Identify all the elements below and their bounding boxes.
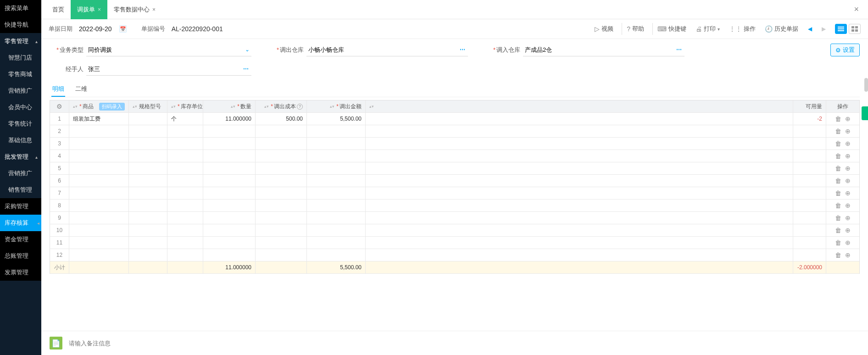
cell-spec[interactable] xyxy=(129,212,167,224)
cell-cost[interactable] xyxy=(256,162,307,174)
cell-amount[interactable]: 5,500.00 xyxy=(307,113,366,125)
cell-qty[interactable] xyxy=(203,125,256,137)
add-icon[interactable]: ⊕ xyxy=(845,251,851,259)
cell-cost[interactable] xyxy=(256,125,307,137)
cell-unit[interactable] xyxy=(167,175,203,187)
sidebar-wholesale[interactable]: 批发管理▴ xyxy=(0,149,41,165)
delete-icon[interactable]: 🗑 xyxy=(835,165,841,172)
scrollbar[interactable] xyxy=(864,78,868,92)
col-product[interactable]: ▴▾*商品扫码录入 xyxy=(69,100,129,112)
cell-unit[interactable] xyxy=(167,125,203,137)
cell-qty[interactable] xyxy=(203,224,256,236)
cell-product[interactable] xyxy=(69,175,129,187)
add-icon[interactable]: ⊕ xyxy=(845,128,851,135)
gear-icon[interactable]: ⚙ xyxy=(56,103,62,110)
cell-amount[interactable] xyxy=(307,138,366,150)
prev-page-button[interactable]: ◀ xyxy=(805,24,815,34)
biz-type-select[interactable] xyxy=(86,44,251,56)
cell-product[interactable] xyxy=(69,212,129,224)
cell-product[interactable] xyxy=(69,125,129,137)
cell-spec[interactable] xyxy=(129,187,167,199)
table-row[interactable]: 7🗑⊕ xyxy=(50,187,859,200)
delete-icon[interactable]: 🗑 xyxy=(835,152,841,160)
cell-cost[interactable] xyxy=(256,138,307,150)
cell-product[interactable] xyxy=(69,224,129,236)
table-row[interactable]: 2🗑⊕ xyxy=(50,125,859,138)
cell-spec[interactable] xyxy=(129,200,167,211)
delete-icon[interactable]: 🗑 xyxy=(835,214,841,222)
sidebar-wholesale-marketing[interactable]: 营销推广 xyxy=(0,165,41,182)
table-row[interactable]: 6🗑⊕ xyxy=(50,175,859,187)
tab-retail-data[interactable]: 零售数据中心× xyxy=(107,0,162,19)
sidebar-gl[interactable]: 总账管理 xyxy=(0,248,41,264)
table-row[interactable]: 10🗑⊕ xyxy=(50,224,859,237)
sidebar-quick-nav[interactable]: 快捷导航 xyxy=(0,17,41,33)
table-row[interactable]: 9🗑⊕ xyxy=(50,212,859,224)
print-button[interactable]: 🖨打印▾ xyxy=(693,23,723,35)
delete-icon[interactable]: 🗑 xyxy=(835,189,841,197)
cell-unit[interactable] xyxy=(167,237,203,249)
cell-qty[interactable] xyxy=(203,237,256,249)
shortcut-button[interactable]: ⌨快捷键 xyxy=(652,23,689,35)
next-page-button[interactable]: ▶ xyxy=(818,24,829,34)
cell-spec[interactable] xyxy=(129,138,167,150)
note-icon[interactable]: 📄 xyxy=(50,337,62,349)
add-icon[interactable]: ⊕ xyxy=(845,152,851,160)
cell-unit[interactable] xyxy=(167,224,203,236)
calendar-icon[interactable]: 📅 xyxy=(119,25,127,33)
cell-qty[interactable]: 11.000000 xyxy=(203,113,256,125)
cell-cost[interactable] xyxy=(256,150,307,162)
tab-transfer[interactable]: 调拨单× xyxy=(71,0,107,19)
cell-product[interactable] xyxy=(69,138,129,150)
out-wh-select[interactable] xyxy=(306,44,468,56)
close-icon[interactable]: × xyxy=(152,6,156,13)
add-icon[interactable]: ⊕ xyxy=(845,239,851,246)
cell-unit[interactable] xyxy=(167,200,203,211)
cell-qty[interactable] xyxy=(203,175,256,187)
remark-input[interactable] xyxy=(69,340,860,347)
cell-product[interactable] xyxy=(69,249,129,261)
add-icon[interactable]: ⊕ xyxy=(845,115,851,122)
cell-unit[interactable] xyxy=(167,249,203,261)
cell-unit[interactable] xyxy=(167,212,203,224)
delete-icon[interactable]: 🗑 xyxy=(835,128,841,135)
sidebar-retail-mall[interactable]: 零售商城 xyxy=(0,66,41,83)
sidebar-purchase[interactable]: 采购管理 xyxy=(0,198,41,215)
cell-spec[interactable] xyxy=(129,224,167,236)
delete-icon[interactable]: 🗑 xyxy=(835,202,841,209)
add-icon[interactable]: ⊕ xyxy=(845,140,851,147)
cell-spec[interactable] xyxy=(129,162,167,174)
sidebar-fund[interactable]: 资金管理 xyxy=(0,231,41,248)
cell-product[interactable]: 组装加工费 xyxy=(69,113,129,125)
help-icon[interactable]: ? xyxy=(297,104,303,110)
sidebar-retail-mgmt[interactable]: 零售管理▴ xyxy=(0,33,41,50)
table-row[interactable]: 4🗑⊕ xyxy=(50,150,859,162)
history-button[interactable]: 🕘历史单据 xyxy=(762,23,801,35)
cell-unit[interactable]: 个 xyxy=(167,113,203,125)
col-cost[interactable]: ▴▾*调出成本? xyxy=(256,100,307,112)
sidebar-search-menu[interactable]: 搜索菜单 xyxy=(0,0,41,17)
add-icon[interactable]: ⊕ xyxy=(845,189,851,197)
cell-amount[interactable] xyxy=(307,187,366,199)
col-avail[interactable]: 可用量 xyxy=(793,100,826,112)
cell-cost[interactable] xyxy=(256,187,307,199)
cell-cost[interactable] xyxy=(256,200,307,211)
delete-icon[interactable]: 🗑 xyxy=(835,115,841,122)
tabbar-close-icon[interactable]: × xyxy=(849,5,863,14)
cell-cost[interactable]: 500.00 xyxy=(256,113,307,125)
cell-amount[interactable] xyxy=(307,212,366,224)
delete-icon[interactable]: 🗑 xyxy=(835,177,841,184)
sidebar-smart-store[interactable]: 智慧门店 xyxy=(0,50,41,66)
delete-icon[interactable]: 🗑 xyxy=(835,227,841,234)
table-row[interactable]: 1组装加工费个11.000000500.005,500.00-2🗑⊕ xyxy=(50,113,859,125)
sidebar-invoice[interactable]: 发票管理 xyxy=(0,264,41,281)
add-icon[interactable]: ⊕ xyxy=(845,227,851,234)
settings-button[interactable]: ⚙设置 xyxy=(830,44,860,56)
cell-product[interactable] xyxy=(69,162,129,174)
col-amount[interactable]: ▴▾*调出金额 xyxy=(307,100,366,112)
cell-amount[interactable] xyxy=(307,175,366,187)
delete-icon[interactable]: 🗑 xyxy=(835,239,841,246)
sidebar-sales-mgmt[interactable]: 销售管理 xyxy=(0,182,41,198)
cell-spec[interactable] xyxy=(129,150,167,162)
cell-spec[interactable] xyxy=(129,249,167,261)
